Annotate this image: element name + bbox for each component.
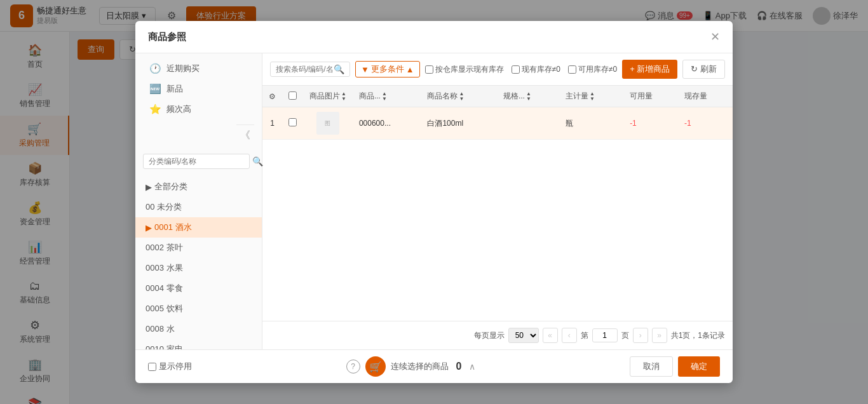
th-stock: 现存量 (678, 86, 733, 107)
category-item-0003[interactable]: 0003 水果 (135, 258, 262, 278)
row-spec (497, 107, 559, 140)
first-page-btn[interactable]: « (543, 328, 558, 343)
category-label-0010: 0010 家电 (146, 344, 183, 349)
table-body: 1 图 000600... (262, 107, 733, 140)
warehouse-checkbox[interactable] (425, 65, 433, 74)
category-label-0002: 0002 茶叶 (146, 242, 183, 253)
category-label-0005: 0005 饮料 (146, 303, 183, 314)
quick-btn-recent-label: 近期购买 (166, 63, 200, 74)
category-item-0005[interactable]: 0005 饮料 (135, 299, 262, 319)
modal-close-button[interactable]: ✕ (710, 30, 720, 44)
filter-up-icon: ▲ (406, 65, 414, 74)
th-image-label: 商品图片 (309, 91, 340, 102)
quick-btn-recent[interactable]: 🕐 近期购买 (143, 58, 254, 79)
product-table-container: ⚙ 商品图片 ▲▼ (262, 86, 733, 321)
th-code[interactable]: 商品... ▲▼ (353, 86, 421, 107)
warehouse-checkbox-label[interactable]: 按仓库显示现有库存 (425, 64, 504, 75)
classify-search-input[interactable] (143, 154, 250, 169)
toolbar: 🔍 ▼ 更多条件 ▲ 按仓库显示现有库存 (262, 53, 733, 86)
filter-checkboxes: 按仓库显示现有库存 现有库存≠0 可用库存≠0 (425, 64, 618, 75)
category-list: ▶ 全部分类 00 未分类 ▶ 0001 酒水 0002 茶叶 (135, 174, 262, 349)
footer-right: 取消 确定 (630, 356, 720, 377)
th-code-label: 商品... (359, 91, 381, 102)
category-item-0001[interactable]: ▶ 0001 酒水 (135, 217, 262, 238)
th-available: 可用量 (623, 86, 678, 107)
product-search-input[interactable] (276, 65, 334, 74)
select-all-checkbox[interactable] (288, 91, 297, 100)
confirm-button[interactable]: 确定 (678, 356, 720, 377)
category-label-00: 00 未分类 (146, 201, 182, 213)
per-page-select[interactable]: 50 (508, 328, 539, 343)
help-icon[interactable]: ? (346, 360, 360, 374)
filter-label: 更多条件 (371, 64, 404, 75)
category-label-0001: 0001 酒水 (154, 222, 192, 233)
product-search-box[interactable]: 🔍 (270, 62, 350, 77)
category-item-0010[interactable]: 0010 家电 (135, 339, 262, 349)
quick-btn-new[interactable]: 🆕 新品 (143, 79, 254, 99)
filter-icon: ▼ (361, 65, 369, 74)
row-name: 白酒100ml (421, 107, 497, 140)
show-disabled-label[interactable]: 显示停用 (148, 361, 192, 372)
new-icon: 🆕 (149, 83, 161, 95)
th-unit[interactable]: 主计量 ▲▼ (559, 86, 623, 107)
quick-access-list: 🕐 近期购买 🆕 新品 ⭐ 频次高 (135, 53, 262, 125)
row-checkbox-cell[interactable] (282, 107, 303, 140)
pagination: 每页显示 50 « ‹ 第 页 › » 共1页，1条记录 (262, 321, 733, 349)
collapse-panel-btn[interactable]: 《 (236, 125, 254, 146)
category-item-00[interactable]: 00 未分类 (135, 197, 262, 217)
expand-cart-btn[interactable]: ∧ (469, 361, 475, 372)
add-product-button[interactable]: + 新增商品 (622, 60, 677, 79)
warehouse-label: 按仓库显示现有库存 (435, 64, 504, 75)
cart-icon-wrap: 🛒 (365, 356, 386, 377)
total-info: 共1页，1条记录 (671, 330, 725, 341)
th-settings[interactable]: ⚙ (262, 86, 282, 107)
right-panel: 🔍 ▼ 更多条件 ▲ 按仓库显示现有库存 (262, 53, 733, 349)
available-stock-checkbox[interactable] (568, 65, 576, 74)
quick-btn-frequent[interactable]: ⭐ 频次高 (143, 99, 254, 119)
current-page-input[interactable] (592, 328, 618, 342)
th-available-label: 可用量 (630, 91, 653, 100)
category-item-0008[interactable]: 0008 水 (135, 319, 262, 339)
current-stock-label: 现有库存≠0 (522, 64, 560, 75)
row-checkbox[interactable] (288, 118, 297, 126)
cancel-button[interactable]: 取消 (630, 356, 673, 377)
product-image: 图 (316, 112, 339, 135)
current-stock-checkbox-label[interactable]: 现有库存≠0 (512, 64, 560, 75)
category-item-all[interactable]: ▶ 全部分类 (135, 177, 262, 197)
page-label: 第 (581, 330, 588, 341)
category-label-0003: 0003 水果 (146, 262, 183, 274)
th-name-label: 商品名称 (427, 91, 458, 102)
filter-button[interactable]: ▼ 更多条件 ▲ (355, 61, 420, 77)
th-name[interactable]: 商品名称 ▲▼ (421, 86, 497, 107)
category-item-0004[interactable]: 0004 零食 (135, 278, 262, 299)
product-search-icon[interactable]: 🔍 (334, 64, 344, 74)
category-item-0002[interactable]: 0002 茶叶 (135, 238, 262, 258)
classify-search-area: 🔍 (135, 149, 262, 174)
sort-arrows-image: ▲▼ (341, 91, 346, 102)
th-image[interactable]: 商品图片 ▲▼ (303, 86, 353, 107)
row-code: 000600... (353, 107, 421, 140)
refresh-button[interactable]: ↻ 刷新 (682, 60, 725, 79)
sort-arrows-unit: ▲▼ (590, 91, 595, 102)
th-spec[interactable]: 规格... ▲▼ (497, 86, 559, 107)
next-page-btn[interactable]: › (633, 328, 648, 343)
current-stock-checkbox[interactable] (512, 65, 520, 74)
category-label-0004: 0004 零食 (146, 283, 183, 294)
modal-title: 商品参照 (148, 31, 186, 43)
last-page-btn[interactable]: » (652, 328, 667, 343)
sort-arrows-code: ▲▼ (382, 91, 387, 102)
quick-btn-frequent-label: 频次高 (166, 104, 191, 115)
product-reference-modal: 商品参照 ✕ 🕐 近期购买 🆕 新品 (135, 21, 733, 383)
page-suffix: 页 (621, 330, 629, 341)
classify-search-icon[interactable]: 🔍 (252, 156, 263, 166)
category-arrow-all: ▶ (146, 182, 152, 192)
prev-page-btn[interactable]: ‹ (562, 328, 577, 343)
show-disabled-checkbox[interactable] (148, 363, 156, 371)
available-stock-checkbox-label[interactable]: 可用库存≠0 (568, 64, 617, 75)
cart-label: 连续选择的商品 (391, 361, 449, 372)
table-row[interactable]: 1 图 000600... (262, 107, 733, 140)
category-label-0008: 0008 水 (146, 323, 175, 335)
product-table: ⚙ 商品图片 ▲▼ (262, 86, 733, 140)
category-arrow-0001: ▶ (146, 223, 152, 232)
row-num: 1 (262, 107, 282, 140)
